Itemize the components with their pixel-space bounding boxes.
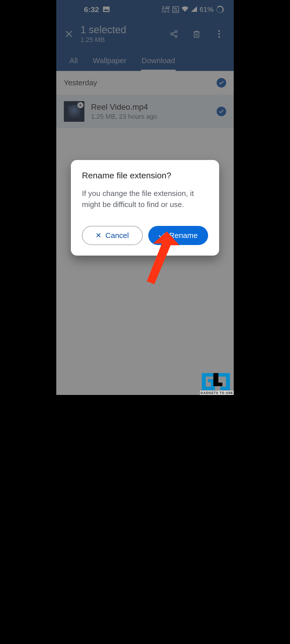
watermark-text: GADGETS TO USE bbox=[200, 391, 234, 395]
check-icon bbox=[159, 231, 165, 240]
rename-button[interactable]: Rename bbox=[148, 226, 208, 245]
watermark: GADGETS TO USE bbox=[200, 372, 234, 395]
phone-screen: 6:32 2.42 KB/S VoLTE 61% bbox=[56, 0, 234, 395]
cancel-button[interactable]: Cancel bbox=[82, 226, 143, 245]
rename-extension-dialog: Rename file extension? If you change the… bbox=[71, 160, 219, 256]
svg-rect-19 bbox=[213, 373, 218, 386]
dialog-title: Rename file extension? bbox=[82, 171, 208, 180]
dialog-message: If you change the file extension, it mig… bbox=[82, 188, 208, 210]
svg-rect-20 bbox=[218, 383, 222, 386]
close-icon bbox=[96, 231, 101, 240]
rename-label: Rename bbox=[169, 231, 198, 240]
watermark-logo-icon bbox=[202, 372, 232, 391]
cancel-label: Cancel bbox=[105, 231, 129, 240]
